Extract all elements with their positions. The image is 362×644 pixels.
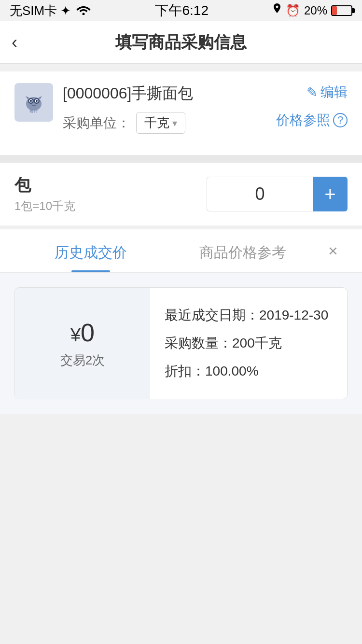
qty-unit-label: 包 bbox=[14, 174, 75, 196]
status-time: 下午6:12 bbox=[155, 1, 209, 20]
location-icon bbox=[272, 3, 282, 18]
qty-label-col: 包 1包=10千克 bbox=[14, 174, 75, 214]
status-carrier: 无SIM卡 ✦ bbox=[10, 2, 91, 19]
history-purchase-qty: 采购数量：200千克 bbox=[165, 333, 333, 353]
history-price-value: ¥0 bbox=[70, 318, 95, 347]
history-detail-side: 最近成交日期：2019-12-30 采购数量：200千克 折扣：100.00% bbox=[150, 288, 347, 399]
svg-point-0 bbox=[83, 13, 85, 15]
tab-close-button[interactable]: × bbox=[319, 237, 348, 266]
battery-icon bbox=[331, 5, 352, 16]
main-background bbox=[0, 414, 362, 644]
product-right-col: ✎ 编辑 价格参照 ? bbox=[276, 83, 348, 129]
status-bar: 无SIM卡 ✦ 下午6:12 ⏰ 20% bbox=[0, 0, 362, 21]
help-icon: ? bbox=[333, 113, 348, 127]
product-info: [0000006]手撕面包 采购单位： 千克 ▾ bbox=[63, 83, 193, 134]
quantity-row: 包 1包=10千克 0 + bbox=[0, 163, 362, 225]
history-card: ¥0 交易2次 最近成交日期：2019-12-30 采购数量：200千克 折扣：… bbox=[14, 287, 348, 399]
history-trade-count: 交易2次 bbox=[60, 352, 105, 369]
alarm-icon: ⏰ bbox=[286, 4, 300, 17]
tab-history-price[interactable]: 历史成交价 bbox=[14, 229, 167, 272]
quantity-plus-button[interactable]: + bbox=[313, 177, 348, 211]
product-left: 餐计 [0000006]手撕面包 采购单位： 千克 ▾ bbox=[14, 83, 193, 134]
page-title: 填写商品采购信息 bbox=[115, 31, 247, 54]
unit-value: 千克 bbox=[144, 114, 169, 131]
product-logo-icon: 餐计 bbox=[22, 90, 46, 114]
history-price-side: ¥0 交易2次 bbox=[15, 288, 150, 399]
unit-selector[interactable]: 千克 ▾ bbox=[136, 112, 185, 134]
svg-point-6 bbox=[30, 100, 32, 102]
wifi-icon bbox=[76, 3, 91, 18]
tabs-header: 历史成交价 商品价格参考 × bbox=[0, 229, 362, 273]
history-discount: 折扣：100.00% bbox=[165, 361, 333, 381]
product-header: 餐计 [0000006]手撕面包 采购单位： 千克 ▾ ✎ 编辑 bbox=[14, 83, 348, 134]
history-content: ¥0 交易2次 最近成交日期：2019-12-30 采购数量：200千克 折扣：… bbox=[0, 273, 362, 414]
chevron-down-icon: ▾ bbox=[172, 117, 177, 129]
edit-icon: ✎ bbox=[306, 84, 318, 100]
unit-label: 采购单位： bbox=[63, 114, 130, 132]
svg-text:餐计: 餐计 bbox=[29, 109, 38, 113]
product-unit-row: 采购单位： 千克 ▾ bbox=[63, 112, 193, 134]
tab-product-price-ref[interactable]: 商品价格参考 bbox=[167, 229, 319, 272]
tabs-section: 历史成交价 商品价格参考 × ¥0 交易2次 最近成交日期：2019-12-30 bbox=[0, 229, 362, 414]
svg-point-7 bbox=[36, 100, 38, 102]
product-thumbnail: 餐计 bbox=[14, 83, 53, 122]
history-recent-date: 最近成交日期：2019-12-30 bbox=[165, 305, 333, 325]
product-card: 餐计 [0000006]手撕面包 采购单位： 千克 ▾ ✎ 编辑 bbox=[0, 71, 362, 155]
carrier-text: 无SIM卡 ✦ bbox=[10, 2, 71, 19]
product-name: [0000006]手撕面包 bbox=[63, 83, 193, 104]
qty-conversion: 1包=10千克 bbox=[14, 198, 75, 214]
battery-percent: 20% bbox=[304, 4, 327, 17]
qty-input-row: 0 + bbox=[207, 177, 348, 211]
edit-button[interactable]: ✎ 编辑 bbox=[306, 83, 348, 101]
price-ref-button[interactable]: 价格参照 ? bbox=[276, 111, 348, 129]
tab-active-indicator bbox=[71, 270, 110, 272]
back-button[interactable]: ‹ bbox=[12, 32, 41, 53]
quantity-input[interactable]: 0 bbox=[207, 177, 313, 211]
nav-bar: ‹ 填写商品采购信息 bbox=[0, 21, 362, 64]
status-right-group: ⏰ 20% bbox=[272, 3, 352, 18]
section-divider bbox=[0, 155, 362, 163]
